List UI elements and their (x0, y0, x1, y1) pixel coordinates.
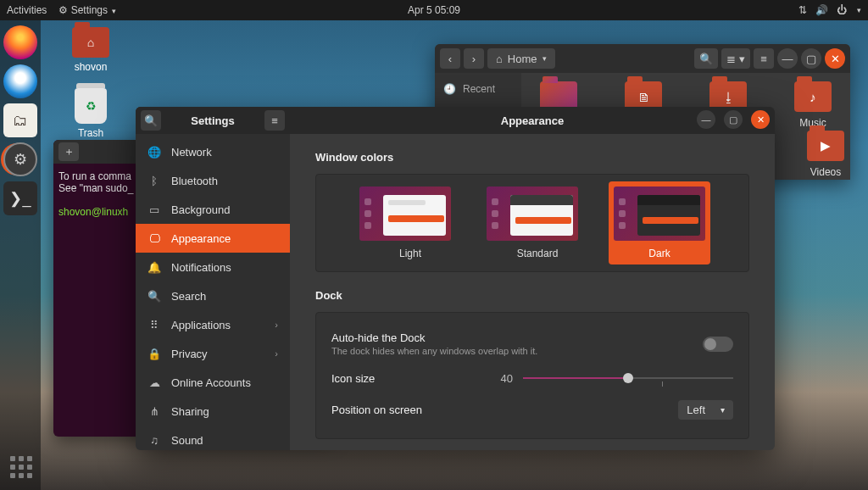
sidebar-item-label: Appearance (171, 232, 231, 245)
file-label: Videos (800, 166, 851, 178)
files-headerbar: ‹ › ⌂ Home ▾ 🔍 ≣ ▾ ≡ — ▢ ✕ (435, 44, 850, 73)
bluetooth-icon: ᛒ (147, 175, 161, 187)
iconsize-label: Icon size (331, 372, 492, 385)
sidebar-item-sharing[interactable]: ⋔Sharing (136, 397, 290, 426)
sidebar-item-label: Background (171, 203, 230, 216)
sidebar-item-recent[interactable]: 🕘Recent (443, 80, 513, 98)
chevron-down-icon: ▾ (857, 6, 861, 14)
iconsize-value: 40 (492, 372, 513, 385)
theme-label: Light (359, 248, 461, 259)
clock-icon: 🕘 (443, 83, 456, 95)
sidebar-item-network[interactable]: 🌐Network (136, 137, 290, 166)
dropdown-value: Left (687, 404, 705, 416)
search-icon: 🔍 (147, 290, 161, 303)
sidebar-item-label: Sound (171, 434, 203, 447)
apps-icon: ⠿ (147, 319, 161, 331)
clock[interactable]: Apr 5 05:09 (408, 4, 460, 16)
autohide-label: Auto-hide the Dock (331, 331, 537, 344)
volume-icon[interactable]: 🔊 (815, 4, 828, 16)
dock-firefox[interactable] (3, 25, 37, 59)
theme-option-dark[interactable]: Dark (609, 181, 710, 264)
settings-title: Settings (191, 114, 234, 127)
chevron-right-icon: › (275, 320, 278, 330)
video-icon: ▶ (807, 131, 844, 161)
section-title-window-colors: Window colors (315, 151, 749, 164)
settings-window[interactable]: 🔍 Settings ≡ 🌐Network ᛒBluetooth ▭Backgr… (136, 107, 775, 450)
sidebar-item-applications[interactable]: ⠿Applications› (136, 310, 290, 339)
app-menu-label: Settings (71, 4, 108, 16)
theme-label: Dark (614, 248, 705, 259)
sidebar-item-label: Privacy (171, 348, 208, 360)
autohide-toggle[interactable] (703, 337, 733, 352)
activities-button[interactable]: Activities (7, 4, 47, 16)
sidebar-item-label: Applications (171, 319, 231, 331)
sidebar-item-label: Sharing (171, 405, 209, 418)
sidebar-label: Recent (463, 83, 495, 95)
network-icon: 🌐 (147, 146, 161, 159)
iconsize-slider[interactable] (523, 370, 733, 387)
theme-selector: Light Standard Dark (315, 174, 749, 272)
settings-sidebar: 🔍 Settings ≡ 🌐Network ᛒBluetooth ▭Backgr… (136, 107, 290, 450)
sidebar-item-appearance[interactable]: 🖵Appearance (136, 224, 290, 253)
minimize-button[interactable]: — (697, 110, 715, 129)
desktop-home-folder[interactable]: ⌂ shovon (61, 27, 120, 73)
position-dropdown[interactable]: Left ▾ (678, 400, 733, 420)
theme-option-light[interactable]: Light (359, 187, 461, 259)
dock-files[interactable]: 🗂 (3, 103, 37, 137)
top-bar: Activities ⚙ Settings ▾ Apr 5 05:09 ⇅ 🔊 … (0, 0, 868, 20)
share-icon: ⋔ (147, 405, 161, 418)
close-button[interactable]: ✕ (825, 48, 845, 69)
home-icon: ⌂ (496, 53, 503, 65)
section-title-dock: Dock (315, 289, 749, 302)
dock: 🗂 ⚙ ❯_ (0, 20, 41, 490)
settings-headerbar: Appearance — ▢ ✕ (290, 107, 775, 134)
chevron-down-icon: ▾ (112, 7, 116, 15)
sidebar-item-search[interactable]: 🔍Search (136, 281, 290, 310)
chevron-down-icon: ▾ (721, 405, 725, 415)
nav-forward-button[interactable]: › (464, 48, 484, 69)
desktop-trash[interactable]: ♻ Trash (61, 88, 120, 139)
maximize-button[interactable]: ▢ (801, 48, 821, 69)
new-tab-button[interactable]: ＋ (58, 142, 79, 161)
home-icon: ⌂ (72, 27, 109, 58)
sidebar-item-notifications[interactable]: 🔔Notifications (136, 253, 290, 281)
search-button[interactable]: 🔍 (141, 110, 161, 131)
sound-icon: ♫ (147, 434, 161, 447)
nav-back-button[interactable]: ‹ (440, 48, 460, 69)
cloud-icon: ☁ (147, 376, 161, 389)
close-button[interactable]: ✕ (751, 110, 770, 129)
music-icon: ♪ (794, 81, 832, 112)
dock-settings-panel: Auto-hide the Dock The dock hides when a… (315, 312, 749, 439)
sidebar-item-privacy[interactable]: 🔒Privacy› (136, 339, 290, 368)
page-title: Appearance (501, 114, 564, 127)
network-icon[interactable]: ⇅ (798, 4, 807, 16)
sidebar-item-background[interactable]: ▭Background (136, 195, 290, 224)
maximize-button[interactable]: ▢ (724, 110, 743, 129)
minimize-button[interactable]: — (777, 48, 798, 69)
chevron-right-icon: › (275, 348, 278, 359)
theme-thumbnail (614, 187, 705, 241)
desktop-icon-label: Trash (61, 127, 120, 139)
desktop-icon-label: shovon (61, 61, 120, 73)
file-item-videos[interactable]: ▶Videos (800, 131, 851, 178)
dock-terminal[interactable]: ❯_ (3, 181, 37, 215)
dock-thunderbird[interactable] (3, 64, 37, 98)
hamburger-button[interactable]: ≡ (754, 48, 774, 69)
sidebar-item-online-accounts[interactable]: ☁Online Accounts (136, 368, 290, 397)
power-icon[interactable]: ⏻ (837, 4, 847, 16)
dock-settings[interactable]: ⚙ (3, 142, 37, 176)
sidebar-item-label: Search (171, 290, 206, 303)
path-bar[interactable]: ⌂ Home ▾ (487, 48, 555, 69)
chevron-down-icon: ▾ (542, 54, 547, 63)
sidebar-item-bluetooth[interactable]: ᛒBluetooth (136, 166, 290, 195)
recycle-icon: ♻ (75, 88, 107, 124)
theme-thumbnail (359, 187, 451, 241)
view-list-button[interactable]: ≣ ▾ (721, 48, 750, 69)
theme-label: Standard (487, 248, 588, 259)
app-menu[interactable]: ⚙ Settings ▾ (58, 4, 116, 16)
theme-option-standard[interactable]: Standard (487, 187, 588, 259)
sidebar-item-sound[interactable]: ♫Sound (136, 426, 290, 450)
theme-thumbnail (487, 187, 578, 241)
hamburger-button[interactable]: ≡ (264, 110, 285, 131)
search-button[interactable]: 🔍 (694, 48, 718, 69)
